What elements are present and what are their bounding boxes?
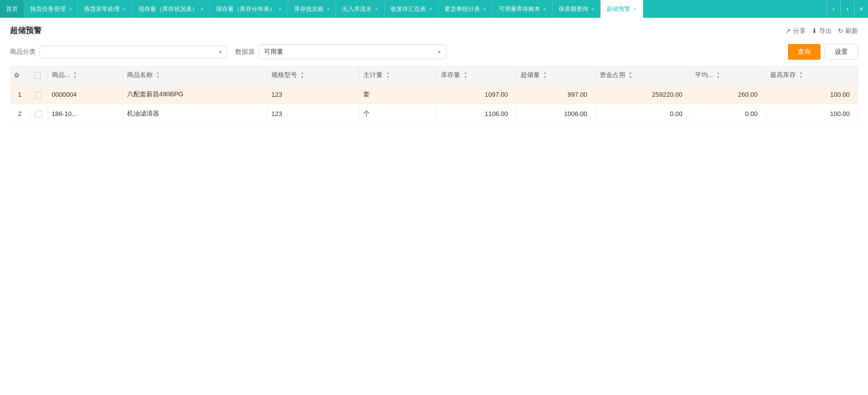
export-icon: ⬇ [812, 27, 817, 35]
goods-name-cell: 六配套新昌490BPG [123, 85, 267, 104]
filter-actions: 查询 设置 [788, 44, 858, 60]
nav-item-overstock[interactable]: 超储预警 × [601, 0, 643, 18]
col-max-stock-header[interactable]: 最高库存 ▲▼ [766, 66, 858, 85]
unit-cell: 个 [359, 104, 437, 123]
close-icon[interactable]: × [543, 6, 546, 12]
col-gear-header: ⚙ [10, 66, 30, 85]
sort-icon: ▲▼ [543, 71, 547, 80]
goods-name-cell: 机油滤清器 [123, 104, 267, 123]
col-unit-header[interactable]: 主计量 ▲▼ [359, 66, 437, 85]
nav-next-button[interactable]: › [840, 0, 854, 18]
nav-item-summary[interactable]: 收发存汇总表 × [385, 0, 438, 18]
capital-cell: 259220.00 [595, 85, 691, 104]
close-icon[interactable]: × [375, 6, 378, 12]
sort-icon: ▲▼ [73, 71, 77, 80]
avg-cell: 0.00 [691, 104, 766, 123]
filter-bar: 商品分类 ▾ 数据源 可用量 ▾ 查询 设置 [10, 44, 858, 60]
nav-item-flow[interactable]: 出入库流水 × [336, 0, 384, 18]
overstock-cell: 997.00 [516, 85, 595, 104]
share-button[interactable]: ↗ 分享 [785, 27, 806, 36]
close-icon[interactable]: × [69, 6, 72, 12]
datasource-filter: 数据源 可用量 ▾ [235, 44, 446, 59]
table-row: 2 186-10... 机油滤清器 123 个 1106.00 1006.00 … [10, 104, 858, 123]
share-icon: ↗ [785, 27, 791, 35]
close-icon[interactable]: × [123, 6, 126, 12]
sort-icon: ▲▼ [386, 71, 390, 80]
nav-item-stock-status[interactable]: 现存量（库存状况表） × [132, 0, 210, 18]
col-goods-code-header[interactable]: 商品... ▲▼ [47, 66, 123, 85]
sort-icon: ▲▼ [799, 71, 803, 80]
table-row: 1 0000004 六配套新昌490BPG 123 套 1097.00 997.… [10, 85, 858, 104]
col-capital-header[interactable]: 资金占用 ▲▼ [595, 66, 691, 85]
stock-cell: 1097.00 [437, 85, 516, 104]
chevron-down-icon: ▾ [438, 49, 441, 55]
col-overstock-header[interactable]: 超储量 ▲▼ [516, 66, 595, 85]
chevron-down-icon: ▾ [219, 49, 222, 55]
goods-code-cell: 0000004 [47, 85, 123, 104]
datasource-label: 数据源 [235, 47, 255, 56]
query-button[interactable]: 查询 [788, 44, 821, 60]
max-stock-cell: 100.00 [766, 104, 858, 123]
category-select[interactable]: ▾ [40, 46, 227, 58]
row-checkbox[interactable] [35, 91, 42, 98]
sort-icon: ▲▼ [156, 71, 160, 80]
row-checkbox[interactable] [35, 111, 42, 118]
datasource-value: 可用量 [264, 47, 283, 56]
nav-prev-button[interactable]: ‹ [826, 0, 840, 18]
row-index: 2 [10, 104, 30, 123]
close-icon[interactable]: × [327, 6, 330, 12]
row-checkbox-cell [30, 104, 47, 123]
nav-item-home[interactable]: 首页 [0, 0, 24, 18]
spec-cell: 123 [267, 85, 359, 104]
page-header: 超储预警 ↗ 分享 ⬇ 导出 ↻ 刷新 [10, 26, 858, 36]
sort-icon: ▲▼ [464, 71, 468, 80]
nav-item-exception[interactable]: 拣货异常处理 × [78, 0, 132, 18]
refresh-button[interactable]: ↻ 刷新 [838, 27, 858, 36]
spec-cell: 123 [267, 104, 359, 123]
row-checkbox-cell [30, 85, 47, 104]
settings-button[interactable]: 设置 [825, 44, 858, 60]
category-filter: 商品分类 ▾ [10, 46, 227, 58]
gear-icon[interactable]: ⚙ [14, 72, 20, 79]
header-actions: ↗ 分享 ⬇ 导出 ↻ 刷新 [785, 27, 858, 36]
category-label: 商品分类 [10, 47, 36, 56]
close-icon[interactable]: × [429, 6, 432, 12]
close-icon[interactable]: × [201, 6, 204, 12]
select-all-checkbox[interactable] [34, 72, 41, 79]
close-icon[interactable]: × [591, 6, 594, 12]
export-button[interactable]: ⬇ 导出 [812, 27, 832, 36]
col-spec-header[interactable]: 规格型号 ▲▼ [267, 66, 359, 85]
nav-arrows: ‹ › × [826, 0, 868, 18]
nav-item-expiry[interactable]: 保质期查询 × [553, 0, 601, 18]
max-stock-cell: 100.00 [766, 85, 858, 104]
close-icon[interactable]: × [633, 6, 636, 12]
row-index: 1 [10, 85, 30, 104]
col-avg-header[interactable]: 平均... ▲▼ [691, 66, 766, 85]
col-check-header [30, 66, 47, 85]
nav-item-task[interactable]: 拣货任务管理 × [24, 0, 78, 18]
sort-icon: ▲▼ [716, 71, 720, 80]
table-header-row: ⚙ 商品... ▲▼ 商品名称 ▲▼ 规格型号 ▲▼ 主计 [10, 66, 858, 85]
sort-icon: ▲▼ [629, 71, 633, 80]
goods-code-cell: 186-10... [47, 104, 123, 123]
page-title: 超储预警 [10, 26, 42, 36]
nav-item-available[interactable]: 可用量库存账本 × [493, 0, 553, 18]
nav-item-stock-dist[interactable]: 现存量（库存分布表） × [210, 0, 288, 18]
avg-cell: 260.00 [691, 85, 766, 104]
close-icon[interactable]: × [278, 6, 281, 12]
close-icon[interactable]: × [483, 6, 486, 12]
sort-icon: ▲▼ [301, 71, 304, 80]
nav-item-batch[interactable]: 库存批次账 × [288, 0, 336, 18]
page-content: 超储预警 ↗ 分享 ⬇ 导出 ↻ 刷新 商品分类 ▾ 数据源 [0, 18, 868, 131]
col-goods-name-header[interactable]: 商品名称 ▲▼ [123, 66, 267, 85]
top-nav: 首页 拣货任务管理 × 拣货异常处理 × 现存量（库存状况表） × 现存量（库存… [0, 0, 868, 18]
unit-cell: 套 [359, 85, 437, 104]
col-stock-header[interactable]: 库存量 ▲▼ [437, 66, 516, 85]
data-table: ⚙ 商品... ▲▼ 商品名称 ▲▼ 规格型号 ▲▼ 主计 [10, 66, 858, 123]
refresh-icon: ↻ [838, 27, 843, 35]
nav-item-order-stat[interactable]: 要货单统计表 × [438, 0, 492, 18]
stock-cell: 1106.00 [437, 104, 516, 123]
datasource-select[interactable]: 可用量 ▾ [259, 44, 446, 59]
nav-close-button[interactable]: × [854, 0, 868, 18]
overstock-cell: 1006.00 [516, 104, 595, 123]
